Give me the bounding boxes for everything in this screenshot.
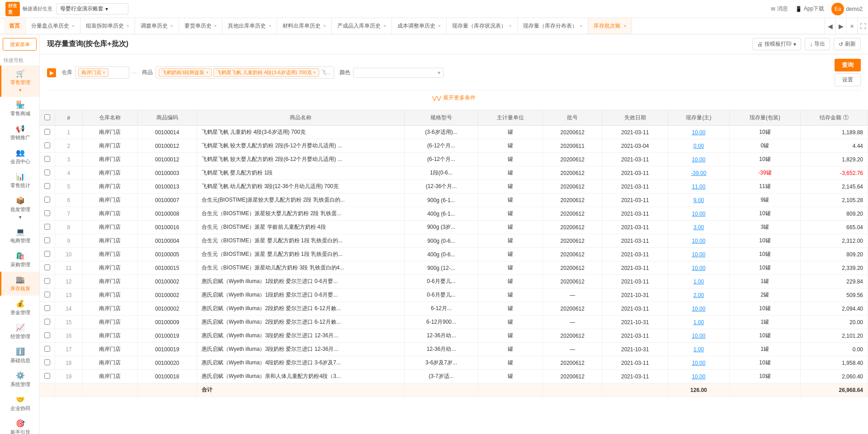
row-qty-main[interactable]: 0.00 (668, 139, 729, 153)
sidebar-item-ecommerce[interactable]: 💻 电商管理 (0, 224, 39, 248)
tab-10[interactable]: 现存量（库存分布表） × (518, 18, 589, 34)
tab-1[interactable]: 分量盘点单历史 × (26, 18, 80, 34)
search-menu-btn[interactable]: 搜索菜单 (3, 38, 37, 51)
row-select[interactable] (44, 129, 50, 135)
expand-more-btn[interactable]: ⋁⋁ 展开更多条件 (430, 92, 477, 104)
filter-expand-btn[interactable]: ▶ (47, 68, 56, 77)
row-select[interactable] (44, 197, 50, 203)
tab-close-10[interactable]: × (580, 24, 583, 28)
warehouse-more-dots[interactable]: ··· (132, 70, 137, 76)
sidebar-item-system[interactable]: ⚙️ 系统管理 (0, 368, 39, 392)
tab-3[interactable]: 调拨单历史 × (135, 18, 179, 34)
tab-2[interactable]: 组装拆卸单历史 × (80, 18, 135, 34)
col-checkbox[interactable] (40, 110, 55, 126)
row-checkbox[interactable] (40, 288, 55, 302)
row-checkbox[interactable] (40, 221, 55, 234)
row-qty-main[interactable]: 10.00 (668, 329, 729, 343)
sidebar-item-purchase[interactable]: 🛍️ 采购管理 (0, 248, 39, 272)
row-checkbox[interactable] (40, 193, 55, 207)
warehouse-select[interactable]: 母婴行业演示账套 ▾ (56, 3, 128, 14)
row-checkbox[interactable] (40, 248, 55, 261)
color-tag-container[interactable]: ▾ (353, 68, 443, 78)
row-select[interactable] (44, 251, 50, 257)
export-btn[interactable]: ↓ 导出 (805, 38, 830, 50)
row-select[interactable] (44, 319, 50, 325)
sidebar-item-enterprise[interactable]: 🤝 企业协同 (0, 392, 39, 415)
row-qty-main[interactable]: 10.00 (668, 302, 729, 316)
sidebar-item-finance[interactable]: 💰 资金管理 (0, 296, 39, 320)
row-qty-main[interactable]: 1.00 (668, 316, 729, 329)
tab-11[interactable]: 库存批次账 × (588, 18, 632, 34)
row-select[interactable] (44, 292, 50, 297)
tab-8[interactable]: 成本调整单历史 × (392, 18, 447, 34)
app-download-btn[interactable]: 📱 App下载 (795, 5, 824, 13)
sidebar-item-retail-stats[interactable]: 📊 零售统计 (0, 169, 39, 193)
sidebar-item-wholesale[interactable]: 📦 批发管理 ▾ (0, 193, 39, 224)
sidebar-item-inventory[interactable]: 🏬 库存核算 (0, 272, 39, 296)
tab-close-7[interactable]: × (383, 24, 386, 28)
row-qty-main[interactable]: 10.00 (668, 370, 729, 383)
row-select[interactable] (44, 237, 50, 243)
row-qty-main[interactable]: 10.00 (668, 126, 729, 139)
row-select[interactable] (44, 264, 50, 270)
user-info[interactable]: Ea demo2 (831, 3, 863, 15)
product-more-dots[interactable]: 飞... (321, 69, 331, 76)
tab-5[interactable]: 其他出库单历史 × (222, 18, 277, 34)
select-all-checkbox[interactable] (44, 114, 50, 120)
row-checkbox[interactable] (40, 207, 55, 221)
warehouse-tag-container[interactable]: 南岸门店 × (75, 66, 129, 79)
row-checkbox[interactable] (40, 166, 55, 180)
sidebar-item-marketing[interactable]: 📢 营销推广 (0, 121, 39, 145)
product-tag-container[interactable]: 飞鹤奶粉3段两提装 × 飞鹤星飞帆 儿童奶粉 4段(3-6岁适用) 700克 ×… (156, 66, 334, 79)
row-checkbox[interactable] (40, 180, 55, 193)
row-checkbox[interactable] (40, 275, 55, 288)
tab-4[interactable]: 要货单历史 × (179, 18, 223, 34)
tab-6[interactable]: 材料出库单历史 × (277, 18, 332, 34)
row-qty-main[interactable]: 10.00 (668, 248, 729, 261)
tab-9[interactable]: 现存量（库存状况表） × (447, 18, 518, 34)
product-tag-close-2[interactable]: × (313, 70, 316, 75)
print-btn[interactable]: 🖨 按模板打印 ▾ (752, 38, 801, 50)
row-checkbox[interactable] (40, 261, 55, 275)
row-qty-main[interactable]: 9.00 (668, 193, 729, 207)
row-select[interactable] (44, 373, 50, 379)
row-qty-main[interactable]: 10.00 (668, 153, 729, 166)
settings-btn[interactable]: 设置 (835, 73, 861, 86)
nav-close-all-btn[interactable]: × (846, 18, 857, 34)
row-qty-main[interactable]: 1.00 (668, 275, 729, 288)
tab-7[interactable]: 产成品入库单历史 × (332, 18, 392, 34)
nav-prev-btn[interactable]: ◀ (825, 18, 835, 34)
row-select[interactable] (44, 210, 50, 216)
messages-btn[interactable]: ✉ 消息 (771, 5, 788, 13)
row-select[interactable] (44, 156, 50, 162)
tab-close-2[interactable]: × (127, 24, 129, 28)
nav-next-btn[interactable]: ▶ (835, 18, 846, 34)
row-qty-main[interactable]: 3.00 (668, 221, 729, 234)
refresh-btn[interactable]: ↺ 刷新 (834, 38, 861, 50)
row-select[interactable] (44, 305, 50, 311)
row-qty-main[interactable]: 10.00 (668, 261, 729, 275)
query-btn[interactable]: 查询 (835, 59, 861, 71)
row-select[interactable] (44, 359, 50, 365)
row-checkbox[interactable] (40, 356, 55, 370)
row-checkbox[interactable] (40, 370, 55, 383)
row-checkbox[interactable] (40, 139, 55, 153)
row-qty-main[interactable]: 10.00 (668, 234, 729, 248)
warehouse-tag-close[interactable]: × (103, 70, 105, 75)
row-select[interactable] (44, 142, 50, 148)
row-select[interactable] (44, 224, 50, 230)
row-checkbox[interactable] (40, 234, 55, 248)
tab-close-5[interactable]: × (269, 24, 271, 28)
row-qty-main[interactable]: 10.00 (668, 207, 729, 221)
row-checkbox[interactable] (40, 302, 55, 316)
tab-close-8[interactable]: × (438, 24, 441, 28)
sidebar-item-retail-mall[interactable]: 🏪 零售商城 (0, 97, 39, 121)
tab-close-11[interactable]: × (623, 24, 626, 28)
tab-close-3[interactable]: × (170, 24, 173, 28)
sidebar-item-operations[interactable]: 📈 经营管理 (0, 320, 39, 344)
row-select[interactable] (44, 278, 50, 284)
row-checkbox[interactable] (40, 126, 55, 139)
row-select[interactable] (44, 183, 50, 189)
tab-close-1[interactable]: × (72, 24, 75, 28)
tab-close-9[interactable]: × (509, 24, 512, 28)
